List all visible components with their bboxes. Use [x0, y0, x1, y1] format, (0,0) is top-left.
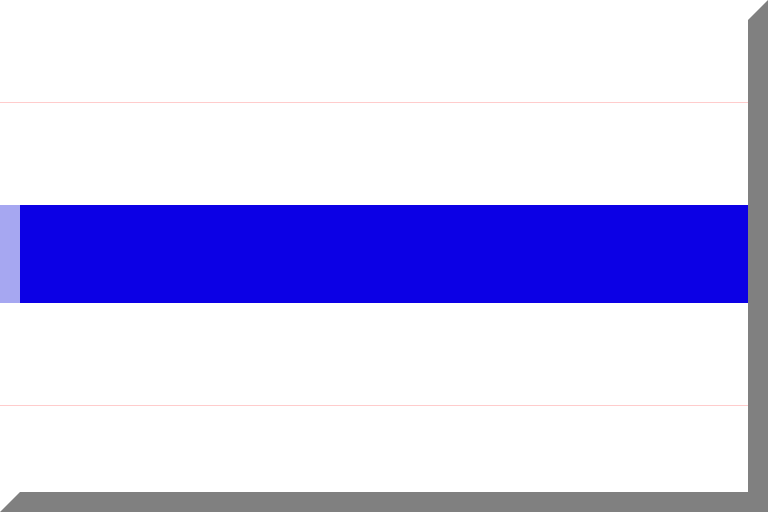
thin-red-line-top: [0, 102, 768, 103]
blue-center-stripe: [20, 205, 748, 303]
shadow-top-right-corner: [748, 0, 768, 20]
blue-stripe-left-edge: [0, 205, 20, 303]
shadow-right-edge: [748, 20, 768, 512]
thin-red-line-bottom: [0, 405, 768, 406]
shadow-bottom-edge: [20, 492, 748, 512]
shadow-bottom-left-corner: [0, 492, 20, 512]
